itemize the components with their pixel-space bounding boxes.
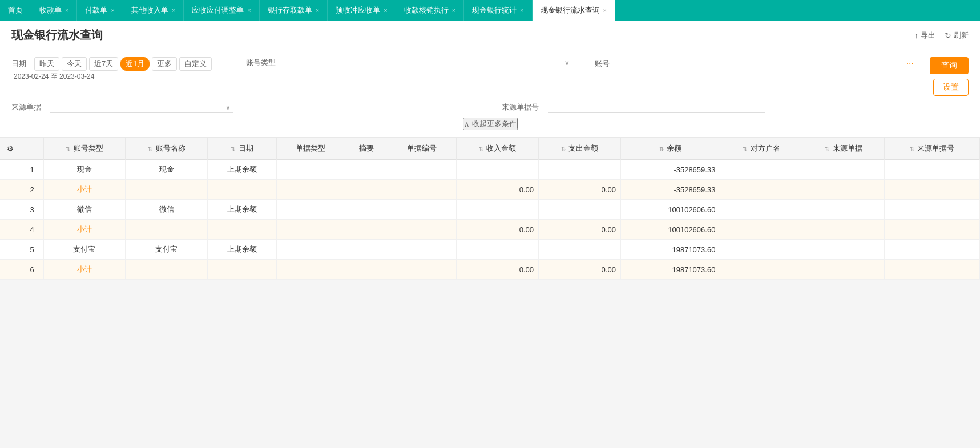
nav-item-receipt-verify[interactable]: 收款核销执行 × xyxy=(396,0,464,21)
cell-balance-2: 100102606.60 xyxy=(620,200,720,220)
col-summary-label: 摘要 xyxy=(359,144,374,152)
date-today[interactable]: 今天 xyxy=(62,57,87,71)
col-balance[interactable]: ⇅ 余额 xyxy=(620,138,720,160)
collapse-label: 收起更多条件 xyxy=(472,119,517,129)
cell-num-0: 1 xyxy=(21,160,43,180)
nav-label-other-income: 其他收入单 xyxy=(131,5,168,15)
nav-item-other-income[interactable]: 其他收入单 × xyxy=(123,0,184,21)
date-more[interactable]: 更多 xyxy=(152,57,177,71)
account-type-input[interactable] xyxy=(287,58,564,67)
header-actions: ↑ 导出 ↻ 刷新 xyxy=(914,30,969,41)
account-dots-icon[interactable]: ··· xyxy=(906,58,914,68)
cell-acct-type-1: 小计 xyxy=(43,180,126,200)
date-label: 日期 xyxy=(11,59,26,69)
source-no-input-wrapper[interactable] xyxy=(548,102,765,113)
export-label: 导出 xyxy=(921,30,935,41)
cell-doc-type-1 xyxy=(276,180,345,200)
account-type-select-wrapper[interactable]: ∨ xyxy=(285,57,572,68)
nav-item-bank-deposit[interactable]: 银行存取款单 × xyxy=(260,0,328,21)
collapse-arrow-icon: ∧ xyxy=(464,120,470,128)
col-source-doc[interactable]: ⇅ 来源单据 xyxy=(802,138,885,160)
cell-source-doc-2 xyxy=(802,200,885,220)
close-other-income-icon[interactable]: × xyxy=(172,7,175,14)
cell-summary-1 xyxy=(345,180,388,200)
col-num xyxy=(21,138,43,160)
cell-balance-0: -3528659.33 xyxy=(620,160,720,180)
cell-balance-1: -3528659.33 xyxy=(620,180,720,200)
sort-counterparty-icon: ⇅ xyxy=(743,146,747,152)
nav-label-payment: 付款单 xyxy=(85,5,107,15)
date-buttons: 昨天 今天 近7天 近1月 更多 自定义 xyxy=(34,57,212,71)
filter-row-1: 日期 昨天 今天 近7天 近1月 更多 自定义 2023-02-24 至 202… xyxy=(11,57,969,96)
col-doc-no-label: 单据编号 xyxy=(407,144,437,152)
col-acct-type[interactable]: ⇅ 账号类型 xyxy=(43,138,126,160)
refresh-button[interactable]: ↻ 刷新 xyxy=(945,30,969,41)
col-doc-type: 单据类型 xyxy=(276,138,345,160)
close-bank-deposit-icon[interactable]: × xyxy=(316,7,319,14)
account-select-wrapper[interactable]: ··· xyxy=(619,57,921,70)
cell-income-1: 0.00 xyxy=(456,180,538,200)
cell-income-2 xyxy=(456,200,538,220)
cell-summary-5 xyxy=(345,260,388,280)
close-prepaid-icon[interactable]: × xyxy=(384,7,387,14)
source-no-input[interactable] xyxy=(550,103,763,111)
collapse-button[interactable]: ∧ 收起更多条件 xyxy=(463,118,518,130)
cell-acct-type-2: 微信 xyxy=(43,200,126,220)
export-button[interactable]: ↑ 导出 xyxy=(914,30,935,41)
col-date[interactable]: ⇅ 日期 xyxy=(208,138,276,160)
nav-label-ar-ap-adjust: 应收应付调整单 xyxy=(192,5,244,15)
date-7days[interactable]: 近7天 xyxy=(89,57,118,71)
source-doc-input[interactable] xyxy=(53,103,225,111)
col-acct-name[interactable]: ⇅ 账号名称 xyxy=(126,138,208,160)
cell-income-0 xyxy=(456,160,538,180)
nav-item-payment[interactable]: 付款单 × xyxy=(77,0,123,21)
query-button[interactable]: 查询 xyxy=(930,57,969,74)
nav-item-receipt[interactable]: 收款单 × xyxy=(31,0,77,21)
filter-settings-row: 设置 xyxy=(933,76,969,96)
cell-expense-2 xyxy=(538,200,620,220)
cell-counterparty-0 xyxy=(720,160,802,180)
sort-source-doc-icon: ⇅ xyxy=(825,146,829,152)
col-settings[interactable]: ⚙ xyxy=(0,138,21,160)
close-payment-icon[interactable]: × xyxy=(111,7,114,14)
cell-doc-type-5 xyxy=(276,260,345,280)
nav-item-cash-bank-stat[interactable]: 现金银行统计 × xyxy=(464,0,532,21)
col-income[interactable]: ⇅ 收入金额 xyxy=(456,138,538,160)
cell-acct-name-4: 支付宝 xyxy=(126,240,208,260)
date-yesterday[interactable]: 昨天 xyxy=(34,57,59,71)
cell-num-5: 6 xyxy=(21,260,43,280)
close-receipt-icon[interactable]: × xyxy=(65,7,68,14)
nav-item-home[interactable]: 首页 xyxy=(0,0,31,21)
nav-item-ar-ap-adjust[interactable]: 应收应付调整单 × xyxy=(184,0,259,21)
filter-query-row: 查询 xyxy=(930,57,969,74)
source-doc-filter: 来源单据 ∨ xyxy=(11,102,479,113)
col-expense-label: 支出金额 xyxy=(568,144,598,152)
table-row: 5 支付宝 支付宝 上期余额 19871073.60 xyxy=(0,240,980,260)
close-receipt-verify-icon[interactable]: × xyxy=(452,7,455,14)
col-source-no[interactable]: ⇅ 来源单据号 xyxy=(885,138,980,160)
close-ar-ap-icon[interactable]: × xyxy=(247,7,251,14)
close-cash-bank-flow-icon[interactable]: × xyxy=(603,7,607,14)
table-container: ⚙ ⇅ 账号类型 ⇅ 账号名称 ⇅ 日期 单据类型 xyxy=(0,138,980,280)
cell-acct-name-3 xyxy=(126,220,208,240)
cell-num-3: 4 xyxy=(21,220,43,240)
date-1month[interactable]: 近1月 xyxy=(120,57,150,71)
cell-income-3: 0.00 xyxy=(456,220,538,240)
sort-expense-icon: ⇅ xyxy=(561,146,566,152)
account-input[interactable] xyxy=(621,59,906,68)
cell-source-doc-4 xyxy=(802,240,885,260)
col-expense[interactable]: ⇅ 支出金额 xyxy=(538,138,620,160)
settings-button[interactable]: 设置 xyxy=(933,79,969,96)
date-custom[interactable]: 自定义 xyxy=(179,57,212,71)
source-doc-select-wrapper[interactable]: ∨ xyxy=(50,102,233,113)
sort-income-icon: ⇅ xyxy=(479,146,483,152)
col-counterparty[interactable]: ⇅ 对方户名 xyxy=(720,138,802,160)
nav-item-cash-bank-flow[interactable]: 现金银行流水查询 × xyxy=(533,0,615,21)
collapse-row: ∧ 收起更多条件 xyxy=(11,115,969,130)
cell-settings-2 xyxy=(0,200,21,220)
subtotal-label: 小计 xyxy=(77,265,92,273)
table-settings-icon[interactable]: ⚙ xyxy=(7,144,14,153)
source-doc-arrow-icon: ∨ xyxy=(225,103,231,111)
close-cash-bank-stat-icon[interactable]: × xyxy=(520,7,523,14)
nav-item-prepaid[interactable]: 预收冲应收单 × xyxy=(328,0,396,21)
